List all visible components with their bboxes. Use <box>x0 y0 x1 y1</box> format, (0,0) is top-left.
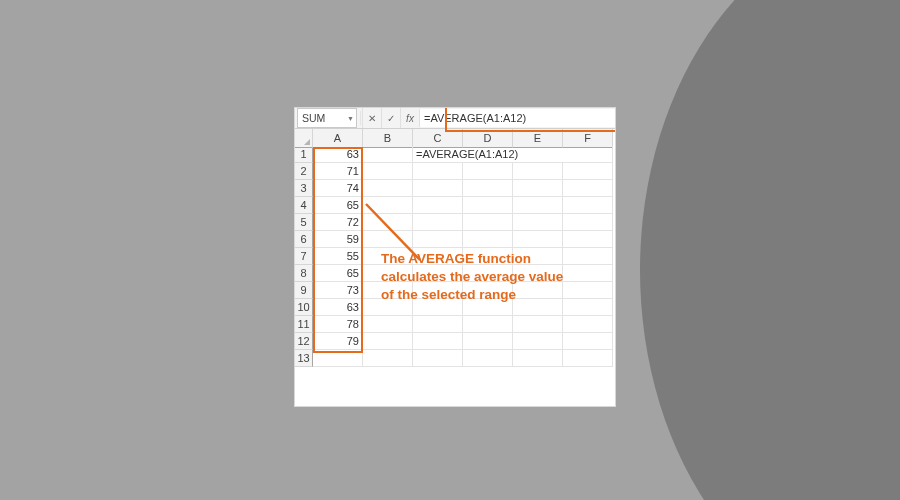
cell-C8[interactable] <box>413 265 463 282</box>
name-box-value: SUM <box>302 112 325 124</box>
name-box[interactable]: SUM ▼ <box>297 108 357 128</box>
row-header-2[interactable]: 2 <box>295 163 313 180</box>
cell-A6[interactable]: 59 <box>313 231 363 248</box>
cell-F8[interactable] <box>563 265 613 282</box>
cell-D2[interactable] <box>463 163 513 180</box>
cell-E5[interactable] <box>513 214 563 231</box>
cell-F6[interactable] <box>563 231 613 248</box>
cell-A4[interactable]: 65 <box>313 197 363 214</box>
cell-B6[interactable] <box>363 231 413 248</box>
cell-C4[interactable] <box>413 197 463 214</box>
cell-A12[interactable]: 79 <box>313 333 363 350</box>
cell-D6[interactable] <box>463 231 513 248</box>
row-header-9[interactable]: 9 <box>295 282 313 299</box>
cell-C11[interactable] <box>413 316 463 333</box>
enter-button[interactable]: ✓ <box>381 108 400 128</box>
cancel-button[interactable]: ✕ <box>362 108 381 128</box>
cell-D11[interactable] <box>463 316 513 333</box>
cell-A2[interactable]: 71 <box>313 163 363 180</box>
cell-A7[interactable]: 55 <box>313 248 363 265</box>
cell-F10[interactable] <box>563 299 613 316</box>
cell-A5[interactable]: 72 <box>313 214 363 231</box>
cell-C1[interactable]: =AVERAGE(A1:A12) <box>413 146 613 163</box>
row-header-12[interactable]: 12 <box>295 333 313 350</box>
cell-E10[interactable] <box>513 299 563 316</box>
row-header-8[interactable]: 8 <box>295 265 313 282</box>
cell-B3[interactable] <box>363 180 413 197</box>
cell-A13[interactable] <box>313 350 363 367</box>
cell-F3[interactable] <box>563 180 613 197</box>
cell-D3[interactable] <box>463 180 513 197</box>
background-curve <box>640 0 900 500</box>
cell-B5[interactable] <box>363 214 413 231</box>
cell-E8[interactable] <box>513 265 563 282</box>
cell-F5[interactable] <box>563 214 613 231</box>
cell-B11[interactable] <box>363 316 413 333</box>
cell-F7[interactable] <box>563 248 613 265</box>
row-header-3[interactable]: 3 <box>295 180 313 197</box>
row-header-13[interactable]: 13 <box>295 350 313 367</box>
cell-E9[interactable] <box>513 282 563 299</box>
cell-B12[interactable] <box>363 333 413 350</box>
row-header-10[interactable]: 10 <box>295 299 313 316</box>
cell-B10[interactable] <box>363 299 413 316</box>
cell-E4[interactable] <box>513 197 563 214</box>
cell-C2[interactable] <box>413 163 463 180</box>
cell-B1[interactable] <box>363 146 413 163</box>
cell-E7[interactable] <box>513 248 563 265</box>
cell-D13[interactable] <box>463 350 513 367</box>
cell-B8[interactable] <box>363 265 413 282</box>
cell-C6[interactable] <box>413 231 463 248</box>
cell-D10[interactable] <box>463 299 513 316</box>
row-header-11[interactable]: 11 <box>295 316 313 333</box>
cell-E6[interactable] <box>513 231 563 248</box>
cell-F12[interactable] <box>563 333 613 350</box>
cell-B13[interactable] <box>363 350 413 367</box>
select-all-corner[interactable] <box>295 129 313 148</box>
cell-F13[interactable] <box>563 350 613 367</box>
cell-C3[interactable] <box>413 180 463 197</box>
cell-C5[interactable] <box>413 214 463 231</box>
cell-F9[interactable] <box>563 282 613 299</box>
cell-A9[interactable]: 73 <box>313 282 363 299</box>
cell-A1[interactable]: 63 <box>313 146 363 163</box>
cell-D7[interactable] <box>463 248 513 265</box>
row-header-1[interactable]: 1 <box>295 146 313 163</box>
cell-E12[interactable] <box>513 333 563 350</box>
name-box-dropdown-icon[interactable]: ▼ <box>347 115 354 122</box>
cell-A8[interactable]: 65 <box>313 265 363 282</box>
cell-A3[interactable]: 74 <box>313 180 363 197</box>
cell-E3[interactable] <box>513 180 563 197</box>
cell-B7[interactable] <box>363 248 413 265</box>
check-icon: ✓ <box>387 113 395 124</box>
row-header-5[interactable]: 5 <box>295 214 313 231</box>
cell-E13[interactable] <box>513 350 563 367</box>
cell-D4[interactable] <box>463 197 513 214</box>
fx-button[interactable]: fx <box>400 108 419 128</box>
cell-E11[interactable] <box>513 316 563 333</box>
cell-A10[interactable]: 63 <box>313 299 363 316</box>
x-icon: ✕ <box>368 113 376 124</box>
cell-C12[interactable] <box>413 333 463 350</box>
cell-C9[interactable] <box>413 282 463 299</box>
fx-icon: fx <box>406 113 414 124</box>
cell-F11[interactable] <box>563 316 613 333</box>
cell-D8[interactable] <box>463 265 513 282</box>
cell-F2[interactable] <box>563 163 613 180</box>
cell-F4[interactable] <box>563 197 613 214</box>
cell-D5[interactable] <box>463 214 513 231</box>
cell-C7[interactable] <box>413 248 463 265</box>
cell-B2[interactable] <box>363 163 413 180</box>
row-header-7[interactable]: 7 <box>295 248 313 265</box>
cell-D12[interactable] <box>463 333 513 350</box>
row-header-4[interactable]: 4 <box>295 197 313 214</box>
cell-C10[interactable] <box>413 299 463 316</box>
cell-A11[interactable]: 78 <box>313 316 363 333</box>
cell-C13[interactable] <box>413 350 463 367</box>
formula-input[interactable]: =AVERAGE(A1:A12) <box>419 109 615 127</box>
cell-E2[interactable] <box>513 163 563 180</box>
cell-D9[interactable] <box>463 282 513 299</box>
row-header-6[interactable]: 6 <box>295 231 313 248</box>
cell-B9[interactable] <box>363 282 413 299</box>
cell-B4[interactable] <box>363 197 413 214</box>
